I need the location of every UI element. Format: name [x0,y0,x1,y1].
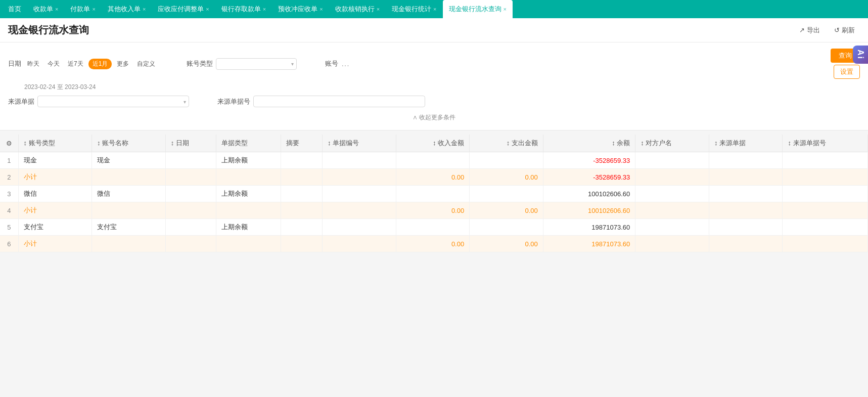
row-number: 5 [0,219,18,236]
source-doc-num-label: 来源单据号 [217,97,250,106]
date-shortcuts: 昨天 今天 近7天 近1月 更多 自定义 [24,59,158,69]
cell-doc-type: 上期余额 [216,186,281,202]
cell-doc-num [322,219,396,236]
col-summary: 摘要 [281,135,322,152]
cell-income: 0.00 [396,169,470,186]
row-number: 1 [0,152,18,169]
nav-item-home[interactable]: 首页 [2,0,27,18]
account-dots[interactable]: ... [341,59,349,68]
cell-doc-type [216,202,281,219]
cell-account-type: 小计 [18,169,92,186]
source-doc-select[interactable] [37,96,189,107]
cell-doc-num [322,202,396,219]
close-icon[interactable]: × [319,0,323,18]
cell-counterpart [635,169,709,186]
col-doc-num[interactable]: ↕ 单据编号 [322,135,396,152]
date-range-display: 2023-02-24 至 2023-03-24 [8,83,860,92]
ai-badge[interactable]: Ai [853,46,868,64]
col-expense[interactable]: ↕ 支出金额 [470,135,543,152]
col-account-type[interactable]: ↕ 账号类型 [18,135,92,152]
col-date[interactable]: ↕ 日期 [165,135,216,152]
cell-doc-type: 上期余额 [216,152,281,169]
chevron-up-icon: ∧ [413,114,419,121]
source-doc-num-input[interactable] [253,96,425,107]
date-btn-more[interactable]: 更多 [114,59,132,69]
nav-item-payments[interactable]: 付款单 × [64,0,101,18]
close-icon[interactable]: × [263,0,266,18]
data-table-container: ⚙ ↕ 账号类型 ↕ 账号名称 ↕ 日期 单据类型 摘要 ↕ 单据编号 ↕ 收入… [0,135,868,252]
source-doc-num-filter: 来源单据号 [217,96,425,107]
cell-source-doc [709,152,783,169]
cell-account-type: 小计 [18,236,92,252]
close-icon[interactable]: × [55,0,58,18]
account-type-label: 账号类型 [187,59,213,68]
date-btn-yesterday[interactable]: 昨天 [24,59,42,69]
cell-summary [281,219,322,236]
date-btn-1month[interactable]: 近1月 [88,59,112,69]
cell-account-name [92,169,166,186]
filter-row-2: 来源单据 ▾ 来源单据号 [8,96,860,107]
cell-source-doc [709,219,783,236]
row-number: 3 [0,186,18,202]
export-icon: ↗ [799,26,805,34]
col-balance[interactable]: ↕ 余额 [543,135,635,152]
cell-summary [281,169,322,186]
cell-expense: 0.00 [470,202,543,219]
cell-source-doc-num [783,186,868,202]
close-icon[interactable]: × [433,0,436,18]
refresh-button[interactable]: ↺ 刷新 [829,24,860,37]
cell-income [396,152,470,169]
date-btn-today[interactable]: 今天 [44,59,63,69]
cell-income [396,219,470,236]
cell-account-name: 支付宝 [92,219,166,236]
cell-balance: 19871073.60 [543,236,635,252]
cell-date [165,219,216,236]
cell-date [165,236,216,252]
cell-account-type: 支付宝 [18,219,92,236]
date-btn-custom[interactable]: 自定义 [134,59,158,69]
cell-doc-num [322,186,396,202]
settings-button[interactable]: 设置 [834,65,860,79]
nav-item-receipts[interactable]: 收款单 × [27,0,64,18]
export-button[interactable]: ↗ 导出 [794,24,825,37]
cell-date [165,202,216,219]
close-icon[interactable]: × [206,0,209,18]
cell-source-doc [709,169,783,186]
cell-expense [470,219,543,236]
nav-item-bank-deposit[interactable]: 银行存取款单 × [215,0,272,18]
col-counterpart[interactable]: ↕ 对方户名 [635,135,709,152]
collapse-bar[interactable]: ∧ 收起更多条件 [8,111,860,126]
cell-source-doc [709,202,783,219]
source-doc-filter: 来源单据 ▾ [8,96,189,107]
nav-item-cash-flow[interactable]: 现金银行流水查询 × [443,0,513,18]
nav-item-adjustment[interactable]: 应收应付调整单 × [152,0,215,18]
close-icon[interactable]: × [92,0,95,18]
page-title: 现金银行流水查询 [8,23,89,37]
close-icon[interactable]: × [504,0,507,18]
filter-row-1: 日期 昨天 今天 近7天 近1月 更多 自定义 账号类型 ▾ 账号 ... [8,49,860,79]
table-header: ⚙ ↕ 账号类型 ↕ 账号名称 ↕ 日期 单据类型 摘要 ↕ 单据编号 ↕ 收入… [0,135,868,152]
col-gear[interactable]: ⚙ [0,135,18,152]
table-row: 5支付宝支付宝上期余额19871073.60 [0,219,868,236]
account-type-select[interactable] [216,58,297,70]
nav-item-cash-stats[interactable]: 现金银行统计 × [386,0,442,18]
table-row: 6小计0.000.0019871073.60 [0,236,868,252]
cell-account-name [92,202,166,219]
nav-item-other-income[interactable]: 其他收入单 × [102,0,152,18]
nav-item-advance-offset[interactable]: 预收冲应收单 × [272,0,329,18]
source-doc-select-wrapper: ▾ [37,96,189,107]
refresh-icon: ↺ [834,26,840,34]
date-btn-7days[interactable]: 近7天 [65,59,86,69]
col-source-doc-num[interactable]: ↕ 来源单据号 [783,135,868,152]
date-label: 日期 [8,59,21,68]
cell-summary [281,202,322,219]
cell-account-name: 微信 [92,186,166,202]
col-account-name[interactable]: ↕ 账号名称 [92,135,166,152]
col-income[interactable]: ↕ 收入金额 [396,135,470,152]
close-icon[interactable]: × [143,0,146,18]
cell-expense: 0.00 [470,236,543,252]
account-type-filter: 账号类型 ▾ [187,58,297,70]
col-source-doc[interactable]: ↕ 来源单据 [709,135,783,152]
close-icon[interactable]: × [377,0,380,18]
nav-item-receipt-exec[interactable]: 收款核销执行 × [329,0,386,18]
